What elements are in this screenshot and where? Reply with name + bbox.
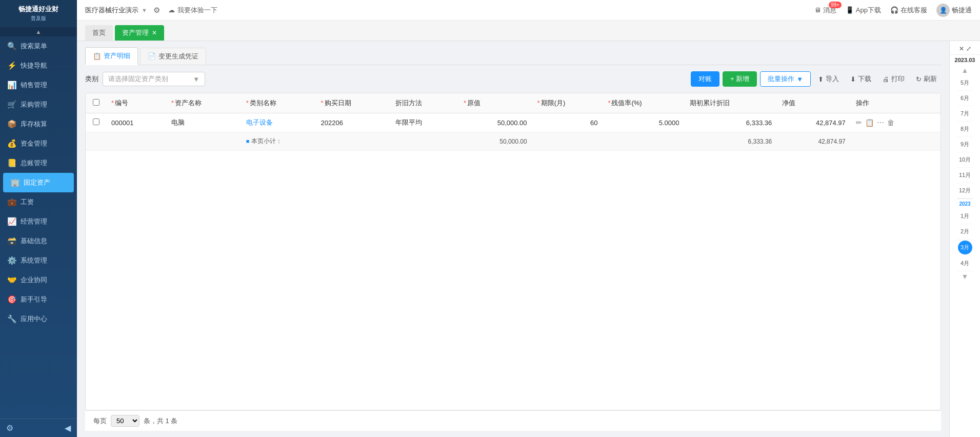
sidebar-item-系统管理[interactable]: ⚙️系统管理	[0, 251, 77, 270]
timeline-month[interactable]: 10月	[957, 152, 973, 168]
select-all-checkbox[interactable]	[93, 99, 99, 106]
delete-icon[interactable]: 🗑	[887, 118, 894, 127]
sidebar-item-工资[interactable]: 💼工资	[0, 192, 77, 212]
sidebar-item-库存核算[interactable]: 📦库存核算	[0, 114, 77, 134]
timeline-month[interactable]: 7月	[957, 106, 973, 122]
sidebar-scroll-up[interactable]: ▲	[0, 27, 77, 36]
company-selector[interactable]: 医疗器械行业演示 ▼	[85, 6, 147, 15]
category-filter[interactable]: 请选择固定资产类别 ▼	[103, 72, 205, 86]
expand-panel-icon[interactable]: ⤢	[966, 45, 971, 52]
close-tab-icon[interactable]: ✕	[152, 30, 157, 36]
row-checkbox-cell	[86, 113, 106, 132]
app-download-btn[interactable]: 📱 App下载	[846, 6, 881, 15]
page-tabs: 首页 资产管理 ✕	[77, 21, 980, 41]
download-label: 下载	[858, 74, 871, 84]
content-area: 📋 资产明细 📄 变更生成凭证 类别 请选择固定资产类别 ▼	[77, 41, 980, 437]
header-checkbox-cell	[86, 93, 106, 113]
subtotal-row: ■ 本页小计： 50,000.00 6,333.36 42,874.97	[86, 132, 941, 151]
timeline-month[interactable]: 1月	[957, 209, 973, 224]
sidebar-item-快捷导航[interactable]: ⚡快捷导航	[0, 56, 77, 75]
tab-asset-management[interactable]: 资产管理 ✕	[115, 25, 164, 41]
row-checkbox[interactable]	[93, 118, 99, 125]
timeline-month[interactable]: 12月	[957, 183, 973, 198]
menu-icon: 📊	[7, 81, 16, 90]
row-purchase-date: 202206	[315, 113, 390, 132]
batch-button[interactable]: 批量操作 ▼	[760, 71, 811, 87]
panel-down-btn[interactable]: ▼	[961, 271, 970, 282]
asset-detail-tab-icon: 📋	[93, 52, 101, 60]
sub-tab-asset-detail[interactable]: 📋 资产明细	[85, 47, 138, 65]
menu-label: 资金管理	[21, 139, 47, 148]
print-icon: 🖨	[883, 75, 889, 83]
refresh-btn[interactable]: ↻ 刷新	[912, 72, 941, 86]
sidebar-item-固定资产[interactable]: 🏢固定资产	[3, 173, 74, 192]
sidebar-item-企业协同[interactable]: 🤝企业协同	[0, 270, 77, 290]
subtotal-empty-2	[106, 132, 166, 151]
filter-label: 类别	[85, 74, 98, 84]
collapse-icon[interactable]: ◀	[65, 423, 71, 433]
sidebar-item-经营管理[interactable]: 📈经营管理	[0, 212, 77, 231]
timeline-month[interactable]: 9月	[957, 137, 973, 152]
timeline-month[interactable]: 6月	[957, 91, 973, 106]
refresh-icon: ↻	[916, 75, 922, 83]
per-page-select[interactable]: 20 50 100	[111, 415, 139, 427]
copy-icon[interactable]: 📋	[865, 118, 874, 127]
try-label: 我要体验一下	[177, 6, 217, 15]
headset-icon: 🎧	[890, 6, 898, 14]
settings-icon[interactable]: ⚙	[6, 423, 13, 433]
header-purchase-date: *购买日期	[315, 93, 390, 113]
try-experience-btn[interactable]: ☁ 我要体验一下	[168, 6, 217, 15]
asset-detail-tab-label: 资产明细	[104, 51, 130, 61]
more-icon[interactable]: ⋯	[877, 118, 884, 127]
menu-icon: 🔍	[7, 42, 16, 51]
sidebar-item-采购管理[interactable]: 🛒采购管理	[0, 95, 77, 114]
new-button[interactable]: + 新增	[723, 71, 757, 87]
timeline-month[interactable]: 2月	[957, 224, 973, 240]
sidebar-item-应用中心[interactable]: 🔧应用中心	[0, 309, 77, 329]
sub-tab-voucher-change[interactable]: 📄 变更生成凭证	[140, 48, 206, 65]
timeline-month[interactable]: 5月	[957, 75, 973, 91]
print-btn[interactable]: 🖨 打印	[878, 72, 909, 86]
timeline-month[interactable]: 4月	[957, 256, 973, 271]
duizhang-button[interactable]: 对账	[691, 71, 719, 87]
bell-icon: 🖥	[814, 6, 821, 14]
app-edition: 普及版	[31, 15, 46, 22]
avatar: 👤	[936, 4, 950, 17]
sidebar-item-总账管理[interactable]: 📒总账管理	[0, 153, 77, 173]
sub-tabs: 📋 资产明细 📄 变更生成凭证	[85, 47, 941, 65]
settings-gear-icon[interactable]: ⚙	[153, 6, 160, 15]
sidebar-item-基础信息[interactable]: 🗃️基础信息	[0, 231, 77, 251]
edit-icon[interactable]: ✏	[856, 118, 862, 127]
timeline-month[interactable]: 3月	[958, 241, 972, 255]
toolbar-row: 类别 请选择固定资产类别 ▼ 对账 + 新增 批量操作 ▼ ⬆ 导入	[85, 71, 941, 87]
download-icon: 📱	[846, 6, 854, 14]
subtotal-empty-1	[86, 132, 106, 151]
row-residual-rate: 5.0000	[603, 113, 684, 132]
refresh-label: 刷新	[924, 74, 937, 84]
sidebar-item-搜索菜单[interactable]: 🔍搜索菜单	[0, 36, 77, 56]
timeline-month[interactable]: 8月	[957, 122, 973, 137]
menu-icon: 🏢	[10, 178, 19, 187]
tab-home[interactable]: 首页	[85, 25, 113, 41]
sidebar-item-销售管理[interactable]: 📊销售管理	[0, 75, 77, 95]
sidebar-footer: ⚙ ◀	[0, 419, 77, 437]
menu-label: 搜索菜单	[21, 42, 47, 51]
sidebar-item-新手引导[interactable]: 🎯新手引导	[0, 290, 77, 309]
company-dropdown-arrow: ▼	[142, 7, 147, 13]
table-row: 000001 电脑 电子设备 202206 年限平均 50,000.00 60 …	[86, 113, 941, 132]
notifications-btn[interactable]: 🖥 消息 99+	[814, 6, 836, 15]
subtotal-net-value: 42,874.97	[777, 132, 851, 151]
header-period: *期限(月)	[532, 93, 603, 113]
user-avatar-area[interactable]: 👤 畅捷通	[936, 4, 972, 17]
import-btn[interactable]: ⬆ 导入	[814, 72, 843, 86]
menu-icon: 📦	[7, 120, 16, 129]
sidebar-item-资金管理[interactable]: 💰资金管理	[0, 134, 77, 153]
timeline-month[interactable]: 11月	[957, 168, 973, 183]
online-service-btn[interactable]: 🎧 在线客服	[890, 6, 927, 15]
row-depreciation-method: 年限平均	[390, 113, 458, 132]
main-content-area: 医疗器械行业演示 ▼ ⚙ ☁ 我要体验一下 🖥 消息 99+ 📱 App下载 🎧…	[77, 0, 980, 437]
row-net-value: 42,874.97	[777, 113, 851, 132]
panel-up-btn[interactable]: ▲	[961, 65, 970, 75]
download-btn[interactable]: ⬇ 下载	[846, 72, 875, 86]
close-panel-icon[interactable]: ✕	[959, 45, 964, 52]
